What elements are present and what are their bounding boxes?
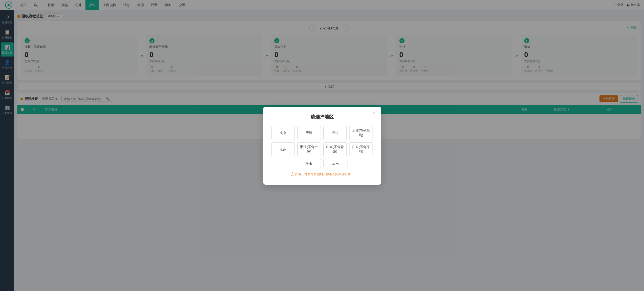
region-grid-row1: 北京 天津 河北 上海(电子税局) — [271, 126, 373, 140]
region-select-modal: × 请选择地区 北京 天津 河北 上海(电子税局) 江苏 浙江(不含宁波) 山东… — [263, 107, 381, 185]
modal-title: 请选择地区 — [271, 114, 373, 120]
region-btn-beijing[interactable]: 北京 — [271, 126, 295, 140]
info-icon: i — [291, 172, 294, 176]
region-grid-row2: 江苏 浙江(不含宁波) 山东(不含青岛) 广东(不含深圳) — [271, 142, 373, 156]
region-btn-shandong[interactable]: 山东(不含青岛) — [323, 142, 347, 156]
region-btn-hainan[interactable]: 海南 — [297, 159, 321, 168]
modal-overlay[interactable]: × 请选择地区 北京 天津 河北 上海(电子税局) 江苏 浙江(不含宁波) 山东… — [0, 0, 644, 291]
region-btn-guangdong[interactable]: 广东(不含深圳) — [349, 142, 373, 156]
region-btn-yunnan[interactable]: 云南 — [323, 159, 347, 168]
region-btn-hebei[interactable]: 河北 — [323, 126, 347, 140]
region-btn-shanghai[interactable]: 上海(电子税局) — [349, 126, 373, 140]
region-btn-zhejiang[interactable]: 浙江(不含宁波) — [297, 142, 321, 156]
region-grid-row3: 海南 云南 — [271, 159, 373, 168]
region-btn-tianjin[interactable]: 天津 — [297, 126, 321, 140]
region-note: i 除以上地区外其他地区暂不支持报税检查！ — [271, 172, 373, 176]
modal-close-btn[interactable]: × — [371, 110, 377, 116]
region-btn-jiangsu[interactable]: 江苏 — [271, 142, 295, 156]
